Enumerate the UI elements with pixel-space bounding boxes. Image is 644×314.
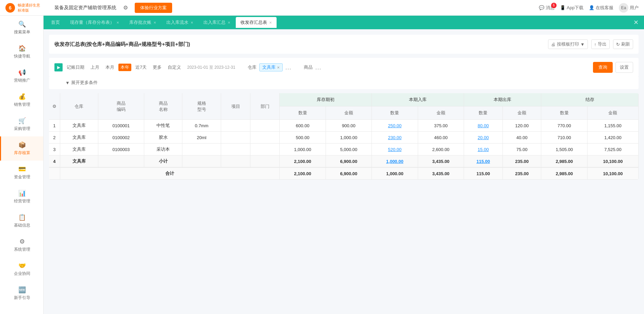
col-in-qty: 数量 [372,106,418,120]
row-out-qty[interactable]: 20.00 [464,132,503,144]
sidebar-item-purchase[interactable]: 🛒采购管理 [0,112,43,136]
warehouse-filter: 仓库 文具库 ✕ ... [248,63,292,71]
logo-icon: 6 [5,3,15,13]
warehouse-tag[interactable]: 文具库 ✕ [259,63,283,71]
tab-close-all-button[interactable]: ✕ [631,19,641,26]
system-icon: ⚙ [19,238,25,245]
col-close-amt: 金额 [587,106,638,120]
sidebar-item-warehouse[interactable]: 📦库存核算 [0,136,43,161]
row-project [221,132,250,144]
row-warehouse: 文具库 [60,144,98,155]
col-group-out: 本期出库 [464,93,541,106]
sidebar-item-search[interactable]: 🔍搜索菜单 [0,16,43,40]
warehouse-tag-remove[interactable]: ✕ [277,66,280,69]
row-in-amt: 2,600.00 [418,144,464,155]
col-settings[interactable]: ⚙ [49,93,60,120]
sidebar-item-base[interactable]: 📋基础信息 [0,209,43,233]
sidebar-item-finance[interactable]: 💳资金管理 [0,161,43,185]
main-content: 首页现存量（库存分布表） ✕库存批次账 ✕出入库流水 ✕出入库汇总 ✕收发存汇总… [44,16,644,314]
warehouse-more-dots[interactable]: ... [285,64,292,71]
row-goods-code: 0100001 [98,120,144,132]
row-in-amt: 3,435.00 [418,155,464,168]
data-table: ⚙ 仓库 商品编码 商品名称 规格型号 项目 部门 库存期初 本期入库 本期出库… [49,93,639,180]
app-download-button[interactable]: 📱 App下载 [560,5,583,11]
purchase-icon: 🛒 [18,117,26,125]
row-in-qty[interactable]: 1,000.00 [372,155,418,168]
tab-close-icon[interactable]: ✕ [153,21,156,24]
main-layout: 🔍搜索菜单🏠快捷导航📢营销推广💰销售管理🛒采购管理📦库存核算💳资金管理📊经营管理… [0,16,644,314]
row-in-qty[interactable]: 520.00 [372,144,418,155]
tab-home[interactable]: 首页 [46,17,65,28]
tab-close-icon[interactable]: ✕ [228,21,230,24]
col-open-qty: 数量 [280,106,326,120]
sidebar-item-label: 资金管理 [14,174,30,180]
tab-inventory[interactable]: 现存量（库存分布表） ✕ [65,17,124,28]
row-out-amt: 120.00 [502,120,541,132]
row-out-qty[interactable]: 115.00 [464,155,503,168]
collab-icon: 🤝 [18,262,26,269]
user-menu-button[interactable]: Ea 用户 [619,3,639,13]
sidebar-item-collab[interactable]: 🤝企业协同 [0,257,43,281]
shortcut-custom[interactable]: 自定义 [166,64,183,71]
shortcut-more[interactable]: 更多 [151,64,164,71]
col-goods-name: 商品名称 [144,93,182,120]
row-close-qty: 1,505.00 [541,144,587,155]
row-out-qty[interactable]: 15.00 [464,144,503,155]
row-goods-code: 0100003 [98,144,144,155]
row-goods-code [98,155,144,168]
sidebar-item-sales[interactable]: 💰销售管理 [0,88,43,112]
sidebar-item-quick[interactable]: 🏠快捷导航 [0,40,43,64]
row-goods-name: 中性笔 [144,120,182,132]
row-out-qty[interactable]: 80.00 [464,120,503,132]
tab-inout_flow[interactable]: 出入库流水 ✕ [162,17,198,28]
message-button[interactable]: 💬 消息 6 [539,5,555,11]
expand-more-button[interactable]: ▼ 展开更多条件 [65,80,633,86]
message-icon: 💬 [539,5,544,10]
row-close-amt: 1,155.00 [587,120,638,132]
tab-close-icon[interactable]: ✕ [116,21,119,24]
table-row: 3 文具库 0100003 采访本 1,000.00 5,000.00 520.… [49,144,639,155]
filter-settings-button[interactable]: 设置 [615,62,633,73]
footer-empty-settings [49,167,60,180]
row-open-qty: 600.00 [280,120,326,132]
col-warehouse: 仓库 [60,93,98,120]
shortcut-this-year[interactable]: 本年 [118,64,131,71]
row-in-qty[interactable]: 250.00 [372,120,418,132]
tab-close-icon[interactable]: ✕ [269,21,272,24]
date-label: 记账日期 [67,64,84,70]
online-service-button[interactable]: 👤 在线客服 [589,5,613,11]
row-no: 2 [49,132,60,144]
row-in-qty[interactable]: 230.00 [372,132,418,144]
query-button[interactable]: 查询 [593,62,613,73]
tab-inout_summary[interactable]: 出入库汇总 ✕ [199,17,235,28]
sidebar-item-newbie[interactable]: 🆕新手引导 [0,281,43,305]
shortcut-7days[interactable]: 近7天 [133,64,149,71]
dropdown-icon: ▼ [580,42,585,47]
goods-more-dots[interactable]: ... [315,64,321,71]
tab-batch[interactable]: 库存批次账 ✕ [125,17,161,28]
footer-out-amt: 235.00 [502,167,541,180]
row-close-qty: 710.00 [541,132,587,144]
print-template-button[interactable]: 🖨 按模板打印 ▼ [548,39,588,49]
row-goods-spec [182,144,221,155]
sidebar-item-label: 库存核算 [14,150,30,156]
tab-close-icon[interactable]: ✕ [191,21,193,24]
row-warehouse: 文具库 [60,120,98,132]
sidebar-item-system[interactable]: ⚙系统管理 [0,233,43,257]
row-out-amt: 75.00 [502,144,541,155]
row-goods-spec [182,155,221,168]
shortcut-this-month[interactable]: 本月 [103,64,116,71]
trial-button[interactable]: 体验行业方案 [135,3,172,13]
row-open-qty: 1,000.00 [280,144,326,155]
row-close-amt: 7,525.00 [587,144,638,155]
marketing-icon: 📢 [18,69,26,76]
tab-recv_summary[interactable]: 收发存汇总表 ✕ [236,17,277,28]
refresh-button[interactable]: ↻ 刷新 [613,39,633,49]
gear-button[interactable]: ⚙ [120,3,131,13]
export-button[interactable]: ↑ 导出 [591,39,610,49]
sidebar-item-marketing[interactable]: 📢营销推广 [0,64,43,88]
table-row: 4 文具库 小计 2,100.00 6,900.00 1,000.00 3,43… [49,155,639,168]
shortcut-last-month[interactable]: 上月 [88,64,101,71]
filter-toggle-button[interactable]: ▶ [54,63,63,71]
sidebar-item-operations[interactable]: 📊经营管理 [0,185,43,209]
